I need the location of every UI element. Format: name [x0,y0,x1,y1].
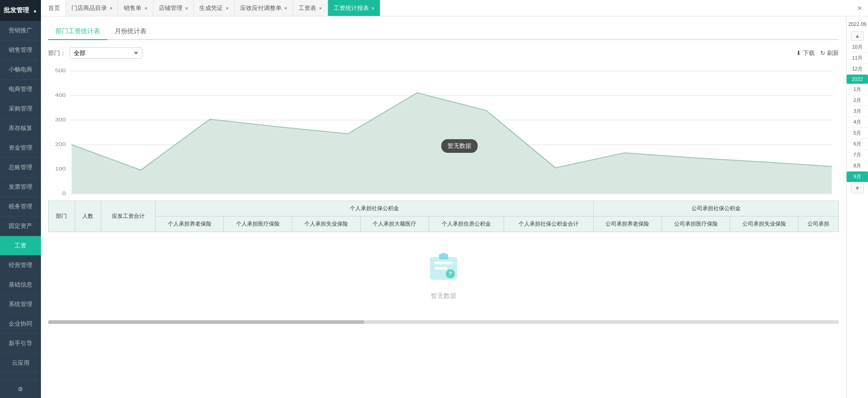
refresh-button[interactable]: ↻ 刷新 [820,49,839,57]
refresh-icon: ↻ [820,50,825,56]
date-item-6月[interactable]: 6月 [847,139,868,150]
sidebar-item-采购管理[interactable]: 采购管理 [0,99,41,119]
tab-close-icon[interactable]: × [185,5,188,11]
date-item-11月[interactable]: 11月 [847,53,868,64]
th-company-insurance: 公司承担社保公积金 [593,201,838,217]
tab-首页[interactable]: 首页 [43,0,66,16]
sidebar: 批发管理 ▲ 营销推广销售管理小畅电商电商管理采购管理库存核算资金管理总账管理发… [0,0,41,398]
sidebar-item-总账管理[interactable]: 总账管理 [0,158,41,177]
svg-text:400: 400 [55,92,66,98]
th-dept: 部门 [49,201,75,232]
sidebar-item-发票管理[interactable]: 发票管理 [0,177,41,197]
th-sub-个人承担住房公积金: 个人承担住房公积金 [429,217,504,232]
th-sub-个人承担医疗保险: 个人承担医疗保险 [224,217,292,232]
dept-select[interactable]: 全部 [70,47,142,59]
date-items-container: 10月11月12月20221月2月3月4月5月6月7月8月9月 [847,42,868,182]
tab-close-icon[interactable]: × [284,5,287,11]
date-panel: 2022.09 ▲ 10月11月12月20221月2月3月4月5月6月7月8月9… [846,16,868,398]
th-sub-公司承担医疗保险: 公司承担医疗保险 [661,217,730,232]
date-item-12月[interactable]: 12月 [847,64,868,75]
main-area: 首页门店商品目录×销售单×店铺管理×生成凭证×应收应付调整单×工资表×工资统计报… [41,0,868,398]
tabs-bar: 首页门店商品目录×销售单×店铺管理×生成凭证×应收应付调整单×工资表×工资统计报… [41,0,868,16]
th-sub-公司承担: 公司承担 [798,217,839,232]
sidebar-item-企业协同[interactable]: 企业协同 [0,314,41,334]
sidebar-item-销售管理[interactable]: 销售管理 [0,40,41,60]
empty-state: ? 暂无数据 [49,232,839,318]
download-label: 下载 [803,49,815,57]
th-sub-个人承担大额医疗: 个人承担大额医疗 [360,217,429,232]
sidebar-item-工资[interactable]: 工资 [0,236,41,256]
date-nav-up[interactable]: ▲ [851,31,864,41]
sub-tab-month[interactable]: 月份统计表 [107,24,154,39]
tab-工资表[interactable]: 工资表× [293,0,328,16]
content-area: 部门工资统计表 月份统计表 部门： 全部 ⬇ 下载 ↻ [41,16,868,398]
date-nav-down[interactable]: ▼ [851,183,864,193]
svg-rect-14 [434,262,453,264]
sidebar-item-固定资产[interactable]: 固定资产 [0,217,41,236]
dept-label: 部门： [48,49,66,57]
chart-area: 500 400 300 200 100 0 [48,64,839,201]
stats-table: 部门 人数 应发工资合计 个人承担社保公积金 公司承担社保公积金 个人承担养老保… [48,201,839,318]
tab-close-icon[interactable]: × [319,5,322,11]
horizontal-scrollbar[interactable] [48,320,839,324]
sidebar-footer[interactable]: ⚙ [0,380,41,398]
download-button[interactable]: ⬇ 下载 [796,49,815,57]
page-content: 部门工资统计表 月份统计表 部门： 全部 ⬇ 下载 ↻ [41,16,846,398]
svg-text:100: 100 [55,166,66,171]
sidebar-item-小畅电商[interactable]: 小畅电商 [0,60,41,80]
tabs-container: 首页门店商品目录×销售单×店铺管理×生成凭证×应收应付调整单×工资表×工资统计报… [43,0,852,16]
tab-close-icon[interactable]: × [144,5,147,11]
sidebar-item-库存核算[interactable]: 库存核算 [0,119,41,138]
sidebar-title: 批发管理 [4,6,29,15]
sidebar-item-营销推广[interactable]: 营销推广 [0,21,41,40]
svg-text:200: 200 [55,141,66,147]
sidebar-item-资金管理[interactable]: 资金管理 [0,138,41,158]
table-container: 部门 人数 应发工资合计 个人承担社保公积金 公司承担社保公积金 个人承担养老保… [48,201,839,391]
toolbar-actions: ⬇ 下载 ↻ 刷新 [796,49,839,57]
tab-应收应付调整单[interactable]: 应收应付调整单× [235,0,293,16]
chart-svg: 500 400 300 200 100 0 [48,64,839,201]
svg-text:0: 0 [62,191,66,196]
tab-close-icon[interactable]: × [110,5,112,11]
th-personal-insurance: 个人承担社保公积金 [155,201,593,217]
sub-tabs: 部门工资统计表 月份统计表 [48,24,839,40]
tab-工资统计报表[interactable]: 工资统计报表× [328,0,380,16]
sidebar-item-税务管理[interactable]: 税务管理 [0,197,41,217]
date-item-10月[interactable]: 10月 [847,42,868,53]
date-item-8月[interactable]: 8月 [847,161,868,171]
svg-text:?: ? [449,271,452,277]
tab-店铺管理[interactable]: 店铺管理× [153,0,194,16]
date-item-9月[interactable]: 9月 [847,171,868,182]
sidebar-item-新手引导[interactable]: 新手引导 [0,334,41,353]
sidebar-item-基础信息[interactable]: 基础信息 [0,275,41,295]
svg-marker-12 [71,93,832,194]
date-item-2月[interactable]: 2月 [847,95,868,106]
empty-text: 暂无数据 [431,292,456,300]
tab-门店商品目录[interactable]: 门店商品目录× [66,0,118,16]
sidebar-item-经营管理[interactable]: 经营管理 [0,256,41,275]
scrollbar-thumb [48,320,364,324]
tab-生成凭证[interactable]: 生成凭证× [194,0,234,16]
date-item-1月[interactable]: 1月 [847,84,868,95]
tab-close-icon[interactable]: × [226,5,228,11]
th-sub-公司承担养老保险: 公司承担养老保险 [593,217,661,232]
sidebar-collapse-icon: ▲ [33,8,37,13]
dept-filter: 部门： 全部 [48,47,142,59]
tab-close-icon[interactable]: × [372,5,374,11]
sidebar-item-系统管理[interactable]: 系统管理 [0,295,41,314]
svg-marker-19 [442,252,445,254]
settings-icon: ⚙ [18,386,23,393]
sidebar-item-云应用[interactable]: 云应用 [0,353,41,373]
sub-tab-dept[interactable]: 部门工资统计表 [48,24,107,40]
date-item-4月[interactable]: 4月 [847,117,868,128]
download-icon: ⬇ [796,50,801,56]
date-item-7月[interactable]: 7月 [847,150,868,161]
date-item-3月[interactable]: 3月 [847,106,868,117]
date-item-2022[interactable]: 2022 [847,75,868,84]
tabs-close-all-button[interactable]: ✕ [852,5,868,12]
th-total-salary: 应发工资合计 [101,201,155,232]
tab-销售单[interactable]: 销售单× [118,0,153,16]
sidebar-item-电商管理[interactable]: 电商管理 [0,80,41,99]
date-item-5月[interactable]: 5月 [847,128,868,139]
sidebar-header[interactable]: 批发管理 ▲ [0,0,41,21]
